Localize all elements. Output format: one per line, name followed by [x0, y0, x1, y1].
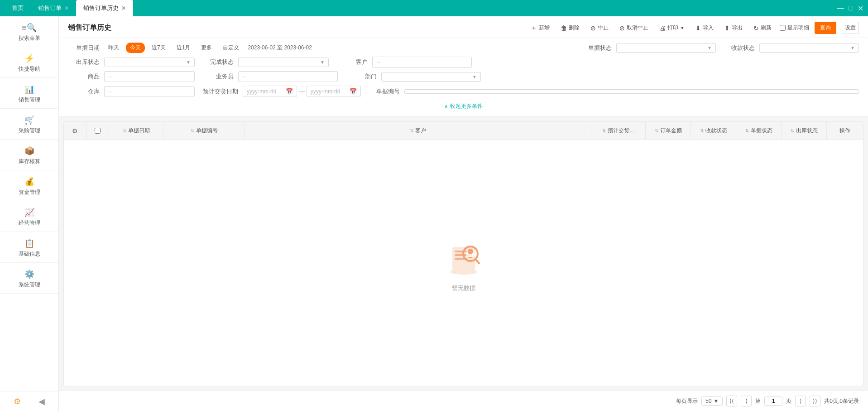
- sidebar-collapse-btn[interactable]: ◀: [38, 396, 45, 406]
- prev-page-btn[interactable]: ⟨: [741, 396, 752, 406]
- window-controls: — □ ✕: [837, 4, 863, 13]
- next-page-btn[interactable]: ⟩: [795, 396, 806, 406]
- cancel-stop-label: 取消中止: [627, 24, 648, 32]
- import-btn[interactable]: ⬇ 导入: [693, 22, 716, 34]
- date-btn-today[interactable]: 今天: [126, 43, 145, 53]
- new-icon: ＋: [531, 24, 537, 32]
- sidebar-item-search-menu[interactable]: ≡🔍 搜索菜单: [0, 16, 58, 47]
- sidebar-item-ops-mgmt[interactable]: 📈 经营管理: [0, 201, 58, 232]
- th-order-status[interactable]: ⇅ 单据状态: [736, 122, 782, 140]
- delivery-date-end[interactable]: yyyy-mm-dd 📅: [307, 86, 361, 97]
- query-btn[interactable]: 查询: [815, 22, 836, 34]
- warehouse-input[interactable]: ···: [104, 86, 195, 97]
- tab-sales-order-history-close[interactable]: ✕: [121, 5, 126, 11]
- print-btn[interactable]: 🖨 打印 ▼: [657, 22, 687, 34]
- salesperson-input[interactable]: ···: [238, 71, 338, 82]
- delivery-date-start[interactable]: yyyy-mm-dd 📅: [243, 86, 297, 97]
- product-input[interactable]: ···: [104, 71, 195, 82]
- per-page-value: 50: [705, 398, 711, 404]
- order-num-input[interactable]: [404, 89, 859, 94]
- pay-status-select[interactable]: ▼: [759, 43, 859, 53]
- th-amount[interactable]: ⇅ 订单金额: [646, 122, 691, 140]
- th-delivery[interactable]: ⇅ 预计交货...: [591, 122, 646, 140]
- product-label: 商品: [68, 73, 104, 81]
- first-page-btn[interactable]: ⟨⟨: [726, 396, 737, 406]
- dept-select[interactable]: ▼: [381, 72, 481, 82]
- sidebar-item-purchase-mgmt[interactable]: 🛒 采购管理: [0, 109, 58, 140]
- th-stock-status[interactable]: ⇅ 出库状态: [782, 122, 827, 140]
- show-col-checkbox[interactable]: [780, 25, 786, 31]
- empty-illustration: [441, 233, 486, 279]
- per-page-arrow-icon: ▼: [713, 398, 719, 404]
- per-page-select[interactable]: 50 ▼: [701, 396, 723, 406]
- export-btn[interactable]: ⬆ 导出: [722, 22, 745, 34]
- select-all-checkbox[interactable]: [95, 128, 101, 134]
- date-btn-custom[interactable]: 自定义: [219, 43, 243, 53]
- sidebar-item-quick-nav[interactable]: ⚡ 快捷导航: [0, 47, 58, 78]
- minimize-btn[interactable]: —: [837, 4, 844, 12]
- delete-btn[interactable]: 🗑 删除: [558, 22, 582, 34]
- sidebar-item-inventory[interactable]: 📦 库存核算: [0, 140, 58, 170]
- close-btn[interactable]: ✕: [858, 4, 863, 13]
- tab-sales-order[interactable]: 销售订单 ✕: [31, 0, 76, 16]
- date-btn-yesterday[interactable]: 昨天: [104, 43, 123, 53]
- sidebar-item-finance[interactable]: 💰 资金管理: [0, 170, 58, 201]
- basic-info-icon: 📋: [24, 238, 34, 248]
- stop-btn[interactable]: ⊘ 中止: [588, 22, 611, 34]
- new-btn[interactable]: ＋ 新增: [528, 22, 552, 34]
- maximize-btn[interactable]: □: [849, 4, 853, 12]
- completion-status-select[interactable]: ▼: [238, 58, 329, 67]
- refresh-label: 刷新: [761, 24, 772, 32]
- order-status-select[interactable]: ▼: [616, 43, 716, 53]
- sidebar-item-basic-info[interactable]: 📋 基础信息: [0, 232, 58, 263]
- tab-sales-order-history[interactable]: 销售订单历史 ✕: [76, 0, 133, 16]
- tab-home-label: 首页: [12, 4, 24, 12]
- sidebar-item-sales-mgmt-label: 销售管理: [19, 96, 40, 104]
- th-date[interactable]: ⇅ 单据日期: [109, 122, 163, 140]
- toolbar: ＋ 新增 🗑 删除 ⊘ 中止 ⊘ 取消中止 🖨 打印: [528, 22, 859, 34]
- last-page-btn[interactable]: ⟩⟩: [810, 396, 820, 406]
- th-date-label: 单据日期: [128, 127, 150, 135]
- collapse-btn[interactable]: ∧ 收起更多条件: [68, 101, 859, 112]
- stock-out-status-select[interactable]: ▼: [104, 58, 195, 67]
- sidebar-item-purchase-mgmt-label: 采购管理: [19, 127, 40, 135]
- setting-btn[interactable]: 设置: [842, 22, 859, 34]
- date-btn-7days[interactable]: 近7天: [148, 43, 170, 53]
- delivery-date-start-text: yyyy-mm-dd: [247, 88, 276, 95]
- show-col-toggle[interactable]: 显示明细: [780, 24, 809, 32]
- th-action-label: 操作: [839, 127, 850, 135]
- sidebar-item-sys-mgmt[interactable]: ⚙️ 系统管理: [0, 263, 58, 294]
- show-col-label-text: 显示明细: [787, 24, 809, 32]
- th-settings[interactable]: ⚙: [64, 122, 86, 140]
- table-settings-icon[interactable]: ⚙: [72, 127, 78, 135]
- collapse-label: 收起更多条件: [450, 102, 483, 110]
- page-input[interactable]: [764, 396, 782, 406]
- sort-customer-icon: ⇅: [410, 128, 413, 133]
- th-num[interactable]: ⇅ 单据编号: [163, 122, 245, 140]
- tab-sales-order-close[interactable]: ✕: [64, 5, 69, 11]
- th-pay-status[interactable]: ⇅ 收款状态: [691, 122, 736, 140]
- sidebar-item-inventory-label: 库存核算: [19, 158, 40, 165]
- date-separator: —: [299, 88, 305, 95]
- tab-home[interactable]: 首页: [5, 0, 31, 16]
- cancel-stop-btn[interactable]: ⊘ 取消中止: [617, 22, 651, 34]
- sort-date-icon: ⇅: [123, 128, 126, 133]
- refresh-btn[interactable]: ↻ 刷新: [751, 22, 774, 34]
- customer-input[interactable]: ···: [372, 57, 472, 68]
- sales-mgmt-icon: 📊: [24, 84, 34, 94]
- customer-dotdot: ···: [376, 59, 381, 65]
- date-btn-1month[interactable]: 近1月: [173, 43, 195, 53]
- th-customer[interactable]: ⇅ 客户: [245, 122, 591, 140]
- th-checkbox[interactable]: [86, 122, 109, 140]
- query-label: 查询: [820, 24, 831, 32]
- setting-label: 设置: [845, 24, 856, 32]
- sidebar-item-basic-info-label: 基础信息: [19, 250, 40, 258]
- svg-line-7: [475, 259, 479, 263]
- sidebar-item-sales-mgmt[interactable]: 📊 销售管理: [0, 78, 58, 109]
- page-title: 销售订单历史: [68, 23, 111, 33]
- page-suffix: 页: [786, 397, 791, 405]
- date-btn-more[interactable]: 更多: [197, 43, 216, 53]
- sidebar-settings-btn[interactable]: ⚙: [14, 396, 21, 406]
- sort-pay-icon: ⇅: [700, 128, 704, 133]
- th-num-label: 单据编号: [196, 127, 218, 135]
